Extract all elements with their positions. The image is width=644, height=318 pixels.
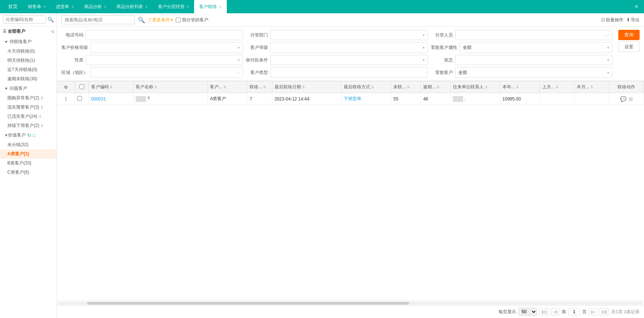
retail-label: 零散客户 [431,70,453,76]
sidebar-all-customers[interactable]: ⠿ 全部客户 ◁ [0,26,57,37]
sidebar-item-overdue-pending[interactable]: 逾期未联络(30) [0,74,57,84]
more-filters-btn[interactable]: ▽ 更多条件 ▾ [148,17,173,23]
phone-input[interactable] [86,30,243,40]
close-sales-tab[interactable]: × [43,4,46,9]
th-last-contact-method[interactable]: 最后联络方式 ⇅ [341,81,391,93]
chevron-down-icon-2: ▾ [238,46,240,50]
more-icon: ··· [605,32,609,38]
th-settings[interactable]: ⚙ [57,81,75,93]
row-code[interactable]: 000031 [89,93,133,105]
th-uncontacted[interactable]: 未联... ⇅ [391,81,421,93]
close-customer-contact-tab[interactable]: × [219,4,221,9]
th-last-month[interactable]: 上月... ⇅ [540,81,574,93]
retail-attr-label: 零散客户属性 [431,45,457,51]
nav-tab-customer-contact[interactable]: 客户联络 × [194,0,226,13]
sidebar-item-today-pending[interactable]: 今天待联络(0) [0,47,57,56]
chevron-down-icon-8: ▾ [607,71,609,75]
nature-label: 性质 [61,57,83,63]
next-page-btn[interactable]: ▷ [589,308,597,315]
person-select[interactable]: ··· [455,30,612,40]
th-last-contact-date[interactable]: 最后联络日期 ⇅ [272,81,341,93]
horizontal-scrollbar[interactable] [57,301,644,305]
nav-tab-customer-tier[interactable]: 客户分层经营 × [153,0,194,13]
bottom-bar: 每页显示 50 100 200 |◁ ◁ 第 页 ▷ ▷| 共1页 1条记录 [57,305,644,318]
per-page-select[interactable]: 50 100 200 [518,308,537,316]
sidebar-item-declining[interactable]: 持续下滑客户(2) ℹ [0,121,57,130]
search-icon[interactable]: 🔍 [138,17,145,24]
row-last-method[interactable]: 下销货单 [341,93,391,105]
nav-tab-analysis[interactable]: 商品分析 × [79,0,111,13]
last-page-btn[interactable]: ▷| [600,308,609,315]
select-all-checkbox[interactable] [79,84,84,89]
filter-actions: 查询 设置 [618,30,640,52]
th-code[interactable]: 客户编码 ⇅ [89,81,133,93]
row-num: 1 [57,93,75,105]
close-analysis-tab[interactable]: × [104,4,106,9]
export-btn[interactable]: ⬆ 导出 [626,17,640,23]
chevron-down-icon-6: ▾ [423,58,425,62]
prev-page-btn[interactable]: ◁ [551,308,559,315]
payment-select[interactable]: ▾ [270,55,427,65]
dept-select[interactable]: ▾ [270,30,427,40]
th-this-year[interactable]: 本年... ⇅ [500,81,540,93]
status-select[interactable]: ▾ [455,55,612,65]
customer-level-select[interactable]: ▾ [270,42,427,53]
nav-home[interactable]: 首页 [3,0,23,13]
filter-bar: 🔍 ▽ 更多条件 ▾ 我分管的客户 ☑ 批量操作 ⬆ 导出 [57,13,644,27]
nav-tab-purchase[interactable]: 进货单 × [51,0,79,13]
settings-icon[interactable]: □ [33,132,36,138]
qr-icon[interactable]: ⊞ [629,96,633,102]
retail-select[interactable]: 全部 ▾ [455,67,612,78]
refresh-icon[interactable]: ↻ [27,132,31,138]
more-icon-2: ··· [236,70,240,75]
sidebar-item-class-c[interactable]: C类客户(6) [0,168,57,177]
price-level-select[interactable]: ▾ [90,42,243,53]
sort-icon-2: ⇅ [154,85,157,89]
th-this-month[interactable]: 本月... ⇅ [575,81,609,93]
nature-select[interactable]: ▾ [86,55,243,65]
row-name: ? [133,93,208,105]
sidebar-item-churned[interactable]: 已流失客户(24) ℹ [0,112,57,121]
sidebar-group-pending[interactable]: ▼ 待联络客户 [0,37,57,47]
region-select[interactable]: ··· [90,67,243,78]
th-contacts[interactable]: 往来单位联系人 ⇅ [451,81,500,93]
sidebar-item-7day-pending[interactable]: 近7天待联络(0) [0,65,57,74]
name-placeholder [136,96,146,102]
close-analysis-list-tab[interactable]: × [145,4,147,9]
batch-operation-btn[interactable]: ☑ 批量操作 [601,17,623,23]
th-overdue[interactable]: 逾期... ⇅ [421,81,451,93]
query-button[interactable]: 查询 [618,30,640,40]
close-purchase-tab[interactable]: × [71,4,74,9]
customer-type-input[interactable] [270,67,427,78]
contact-placeholder [453,96,463,102]
retail-attr-select[interactable]: 全部 ▾ [459,42,612,53]
my-customer-checkbox[interactable] [176,18,180,22]
sidebar-search-input[interactable] [3,15,46,24]
chat-icon[interactable]: 💬 [620,96,626,102]
search-input[interactable] [61,15,135,24]
filter-field-customer-type: 客户类型 [246,67,427,78]
close-all-tabs[interactable]: × [632,3,641,10]
person-label: 分管人员 [431,32,453,38]
sidebar-group-problem[interactable]: ▼ 问题客户 [0,84,57,93]
sidebar-item-churn-warning[interactable]: 流失预警客户(3) ℹ [0,103,57,112]
th-name[interactable]: 客户名称 ⇅ [133,81,208,93]
row-checkbox[interactable] [77,96,82,101]
filter-field-person: 分管人员 ··· [431,30,612,40]
nav-tab-sales[interactable]: 销售单 × [23,0,51,13]
sidebar-item-tomorrow-pending[interactable]: 明天待联络(1) [0,56,57,65]
scrollbar-thumb[interactable] [87,302,409,305]
settings-button[interactable]: 设置 [618,42,640,52]
sidebar-item-unclassified[interactable]: 未分组(32) [0,140,57,149]
nav-tab-analysis-list[interactable]: 商品分析列表 × [111,0,153,13]
page-input[interactable] [568,308,580,315]
th-customer-type[interactable]: 客户... ⇅ [208,81,247,93]
close-customer-tier-tab[interactable]: × [187,4,189,9]
filter-field-payment: 收付款条件 ▾ [246,55,427,65]
th-contact-count[interactable]: 联络... ⇅ [247,81,272,93]
sidebar-item-class-a[interactable]: A类客户(1) [0,149,57,159]
sidebar-search-icon[interactable]: 🔍 [47,17,54,22]
first-page-btn[interactable]: |◁ [539,308,549,315]
sidebar-item-class-b[interactable]: B类客户(33) [0,159,57,168]
sidebar-item-hoarding[interactable]: 囤购异常客户(2) ℹ [0,93,57,103]
